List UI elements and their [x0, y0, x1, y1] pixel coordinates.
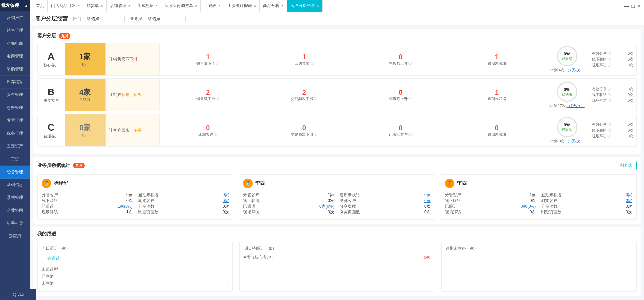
- info-icon[interactable]: ⓘ: [214, 132, 217, 137]
- plan-link[interactable]: （0天/次）: [566, 139, 584, 143]
- dept-select[interactable]: 请选择: [84, 15, 125, 22]
- biz-row: 现场拜访 1次: [42, 209, 133, 215]
- tab-门店商品目录[interactable]: 门店商品目录×: [48, 0, 83, 12]
- tab-应收应付调整单[interactable]: 应收应付调整单×: [161, 0, 201, 12]
- tab-action-restore[interactable]: □: [632, 3, 635, 9]
- biz-val[interactable]: 0家: [223, 192, 229, 198]
- followup-btn[interactable]: 去跟进: [42, 254, 65, 263]
- biz-row: 浏览客户 0家: [138, 198, 229, 204]
- tab-商品分析[interactable]: 商品分析×: [260, 0, 287, 12]
- info-icon[interactable]: ⓘ: [608, 123, 611, 126]
- sidebar-top[interactable]: 批发管理 ▲: [0, 0, 30, 11]
- info-icon[interactable]: ⓘ: [608, 87, 611, 91]
- tab-工资统计报表[interactable]: 工资统计报表×: [224, 0, 260, 12]
- biz-val[interactable]: 0家(0%): [319, 204, 334, 209]
- biz-row: 浏览页面数 0次: [340, 209, 431, 215]
- tab-销货单[interactable]: 销货单×: [83, 0, 107, 12]
- sidebar-item-采购管理[interactable]: 采购管理: [0, 63, 30, 76]
- tab-action-minus[interactable]: —: [624, 3, 629, 9]
- sidebar-item-工资[interactable]: 工资: [0, 153, 30, 166]
- sidebar-item-发票管理[interactable]: 发票管理: [0, 114, 30, 127]
- info-icon[interactable]: ⓘ: [608, 52, 611, 55]
- tab-close-icon[interactable]: ×: [218, 4, 220, 8]
- tier-contact-B: 0% 已联络 计划 17次 （7天/次）: [545, 79, 589, 111]
- tab-生成凭证[interactable]: 生成凭证×: [134, 0, 162, 12]
- tab-close-icon[interactable]: ×: [101, 4, 103, 8]
- plan-link[interactable]: （7天/次）: [567, 103, 585, 108]
- sidebar-item-经营管理[interactable]: 经营管理: [0, 166, 30, 179]
- info-icon[interactable]: ⓘ: [608, 134, 611, 138]
- sidebar-item-资金管理[interactable]: 资金管理: [0, 89, 30, 101]
- biz-section: 业务员数据统计 九月 列表式 🥇徐泽华分管客户 0家线下联络 0次已跟进 1家(…: [33, 157, 641, 224]
- tab-close-icon[interactable]: ×: [281, 4, 283, 8]
- info-icon[interactable]: ⓘ: [408, 61, 412, 66]
- sidebar-item-新手引导[interactable]: 新手引导: [0, 217, 30, 230]
- tab-label: 工资表: [204, 3, 216, 9]
- list-view-button[interactable]: 列表式: [616, 161, 637, 170]
- biz-val: 0次: [424, 209, 431, 215]
- info-icon[interactable]: ⓘ: [408, 96, 412, 101]
- biz-card-header: 🥈李四: [243, 179, 430, 188]
- info-icon[interactable]: ⓘ: [314, 132, 317, 137]
- sales-select[interactable]: 请选择: [145, 15, 186, 22]
- sidebar-item-小畅电商[interactable]: 小畅电商: [0, 37, 30, 50]
- sidebar-item-系统管理[interactable]: 系统管理: [0, 191, 30, 204]
- biz-val: 0次: [328, 209, 334, 215]
- biz-avatar: 🥉: [445, 179, 454, 188]
- sidebar-item-税务管理[interactable]: 税务管理: [0, 127, 30, 140]
- sidebar-item-销售管理[interactable]: 销售管理: [0, 24, 30, 37]
- tab-首页[interactable]: 首页: [33, 0, 48, 12]
- tab-close-icon[interactable]: ×: [156, 4, 158, 8]
- info-icon[interactable]: ⓘ: [216, 61, 219, 66]
- info-icon[interactable]: ⓘ: [314, 96, 317, 101]
- tab-客户分层经营[interactable]: 客户分层经营×: [287, 0, 323, 12]
- info-icon[interactable]: ⓘ: [216, 96, 219, 101]
- tab-close-icon[interactable]: ×: [254, 4, 256, 8]
- side-stat: 有效分享 ⓘ0次: [592, 122, 634, 127]
- contact-circle: 0% 已联络: [557, 46, 577, 66]
- sidebar-collapse-icon[interactable]: ▲: [24, 3, 28, 8]
- biz-name: 徐泽华: [54, 180, 68, 186]
- info-icon[interactable]: ⓘ: [608, 57, 611, 61]
- biz-card-header: 🥇徐泽华: [42, 179, 229, 188]
- biz-val[interactable]: 0家: [626, 192, 632, 198]
- biz-val[interactable]: 0家: [223, 198, 229, 204]
- biz-val[interactable]: 0家: [626, 198, 632, 204]
- sidebar-item-营销推广[interactable]: 营销推广: [0, 11, 30, 24]
- tier-count-C: 0家0万: [65, 114, 105, 146]
- sidebar-item-云应用[interactable]: 云应用: [0, 230, 30, 243]
- biz-val[interactable]: 1家(0%): [118, 204, 133, 209]
- tab-close-icon[interactable]: ×: [128, 4, 130, 8]
- tab-close-icon[interactable]: ×: [317, 4, 319, 8]
- info-icon[interactable]: ⓘ: [608, 129, 611, 132]
- tab-label: 生成凭证: [137, 3, 154, 9]
- biz-val[interactable]: 0家: [424, 192, 431, 198]
- sidebar-item-库存核算[interactable]: 库存核算: [0, 76, 30, 89]
- info-icon[interactable]: ⓘ: [310, 61, 314, 66]
- dept-label: 部门: [73, 16, 81, 22]
- tab-close-icon[interactable]: ×: [78, 4, 80, 8]
- sidebar-item-企业协同[interactable]: 企业协同: [0, 204, 30, 217]
- sidebar-item-总账管理[interactable]: 总账管理: [0, 101, 30, 114]
- tab-工资表[interactable]: 工资表×: [201, 0, 224, 12]
- tab-close-icon[interactable]: ×: [195, 4, 197, 8]
- sidebar-item-电商管理[interactable]: 电商管理: [0, 50, 30, 63]
- more-filter[interactable]: ...: [188, 16, 192, 21]
- info-icon[interactable]: ⓘ: [608, 99, 611, 102]
- tier-stats-A: 1销售额下滑 ⓘ1回购异常 ⓘ0销售额上升 ⓘ1逾期未联络: [159, 43, 545, 75]
- info-icon[interactable]: ⓘ: [608, 93, 611, 97]
- biz-val[interactable]: 0家(0%): [521, 204, 536, 209]
- sidebar-item-基础信息[interactable]: 基础信息: [0, 179, 30, 191]
- tier-label-B: B重要客户: [38, 79, 65, 111]
- biz-row: 线下联络 0次: [243, 198, 334, 204]
- tier-contact-C: 0% 已联络 计划 0次 （0天/次）: [545, 114, 589, 146]
- info-icon[interactable]: ⓘ: [408, 132, 412, 137]
- biz-val: 1次: [126, 209, 133, 215]
- biz-card-1: 🥈李四分管客户 1家线下联络 0次已跟进 0家(0%)现场拜访 0次逾期未联络 …: [239, 174, 435, 220]
- biz-val[interactable]: 0家: [424, 198, 431, 204]
- tab-action-close[interactable]: ✕: [637, 3, 641, 9]
- info-icon[interactable]: ⓘ: [608, 63, 611, 67]
- plan-link[interactable]: （7天/次）: [566, 68, 584, 72]
- tab-店铺管理[interactable]: 店铺管理×: [107, 0, 134, 12]
- sidebar-item-固定资产[interactable]: 固定资产: [0, 140, 30, 153]
